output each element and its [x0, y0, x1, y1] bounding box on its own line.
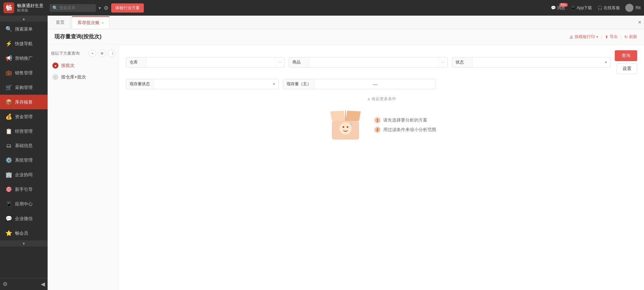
sidebar-item-vip[interactable]: ⭐ 畅会员 — [0, 226, 48, 240]
message-action[interactable]: 💬 消息 99+ — [551, 5, 565, 11]
filter-row-1: 仓库 ··· 商品 ··· 状态 ▼ — [126, 50, 637, 74]
sidebar-collapse-btn[interactable]: ◀ — [41, 281, 45, 287]
sidebar-item-newuser[interactable]: 🎯 新手引导 — [0, 182, 48, 197]
chat-icon: 💬 — [5, 215, 12, 222]
refresh-icon: ↻ — [624, 35, 628, 39]
sidebar-scroll-down[interactable]: ▼ — [0, 240, 48, 247]
settings-icon[interactable]: ⚙ — [104, 5, 108, 11]
vip-icon: ⭐ — [5, 230, 12, 236]
app-subtitle: 标准版 — [17, 8, 44, 13]
megaphone-icon: 📢 — [5, 55, 12, 61]
lightning-icon: ⚡ — [5, 40, 12, 47]
tab-home[interactable]: 首页 — [50, 17, 70, 28]
sidebar-item-search-menu[interactable]: 🔍 搜索菜单 — [0, 22, 48, 36]
status-value — [473, 60, 601, 64]
online-service-action[interactable]: 🎧 在线客服 — [597, 5, 620, 11]
sidebar: ▲ 🔍 搜索菜单 ⚡ 快捷导航 📢 营销推广 💼 销售管理 🛒 采购管理 📦 库… — [0, 16, 48, 290]
gear-icon: ⚙️ — [5, 157, 12, 163]
empty-tips: 1 请先选择要分析的方案 2 用过滤条件来缩小分析范围 — [374, 117, 436, 133]
print-dropdown-icon[interactable]: ▾ — [596, 35, 598, 39]
menu-search-input[interactable] — [59, 5, 93, 10]
briefcase-icon: 💼 — [5, 70, 12, 76]
query-layout: 按以下方案查询 + ⚙ 《 ● 按批次 ○ 按仓库+批次 — [48, 45, 644, 290]
svg-point-7 — [350, 123, 352, 126]
clipboard-icon: 📋 — [5, 128, 12, 134]
sidebar-item-inventory[interactable]: 📦 库存核算 — [0, 95, 48, 109]
product-more-btn[interactable]: ··· — [438, 58, 447, 67]
sidebar-item-quick-nav[interactable]: ⚡ 快捷导航 — [0, 36, 48, 51]
status-dropdown-icon[interactable]: ▼ — [601, 58, 610, 66]
message-icon: 💬 — [551, 5, 556, 10]
status-label: 状态 — [452, 57, 473, 67]
collapse-more-btn[interactable]: ∧ 收起更多条件 — [126, 94, 637, 104]
empty-svg — [327, 104, 364, 145]
schema-item-by-batch[interactable]: ● 按批次 — [48, 60, 119, 71]
status-filter[interactable]: 状态 ▼ — [452, 57, 611, 68]
collapse-more-icon: ∧ — [367, 97, 370, 102]
filter-right-actions: 查询 设置 — [615, 50, 637, 74]
printer-icon: 🖨 — [569, 35, 573, 39]
page-content: 现存量查询(按批次) 🖨 按模板打印 ▾ | ⬆ 导出 | ↻ — [48, 29, 644, 290]
sidebar-item-operation[interactable]: 📋 经营管理 — [0, 124, 48, 139]
building-icon: 🏢 — [5, 171, 12, 178]
sidebar-item-app-center[interactable]: 📱 应用中心 — [0, 197, 48, 211]
main-layout: ▲ 🔍 搜索菜单 ⚡ 快捷导航 📢 营销推广 💼 销售管理 🛒 采购管理 📦 库… — [0, 16, 644, 290]
add-schema-btn[interactable]: + — [89, 50, 96, 57]
empty-tip-1: 1 请先选择要分析的方案 — [374, 117, 436, 123]
sidebar-item-enterprise[interactable]: 🏢 企业协同 — [0, 167, 48, 182]
warehouse-input[interactable] — [147, 58, 275, 67]
page-title: 现存量查询(按批次) — [54, 33, 102, 40]
svg-point-4 — [339, 122, 352, 134]
schema-item-by-warehouse-batch[interactable]: ○ 按仓库+批次 — [48, 71, 119, 83]
print-btn[interactable]: 🖨 按模板打印 ▾ — [569, 34, 598, 40]
product-label: 商品 — [289, 57, 309, 67]
tab-inventory-batch[interactable]: 库存批次账 × — [72, 16, 109, 29]
svg-marker-1 — [330, 111, 345, 121]
search-icon: 🔍 — [52, 5, 58, 11]
sidebar-item-corp-wechat[interactable]: 💬 企业微信 — [0, 211, 48, 226]
stock-status-label: 现存量状态 — [126, 79, 154, 89]
stock-status-dropdown-icon[interactable]: ▼ — [270, 80, 278, 88]
experience-btn[interactable]: 体验行业方案 — [111, 3, 144, 13]
content-area: 首页 库存批次账 × × 现存量查询(按批次) 🖨 按模板打印 ▾ | — [48, 16, 644, 290]
sidebar-item-finance[interactable]: 💰 资金管理 — [0, 109, 48, 124]
product-input[interactable] — [309, 58, 438, 67]
warehouse-more-btn[interactable]: ··· — [275, 58, 284, 67]
sidebar-settings-btn[interactable]: ⚙ — [3, 281, 7, 287]
tab-panel-close-btn[interactable]: × — [638, 19, 641, 25]
refresh-btn[interactable]: ↻ 刷新 — [624, 34, 637, 40]
sidebar-item-sales[interactable]: 💼 销售管理 — [0, 66, 48, 80]
dropdown-icon[interactable]: ▾ — [99, 5, 101, 11]
sidebar-item-system[interactable]: ⚙️ 系统管理 — [0, 153, 48, 167]
warehouse-filter: 仓库 ··· — [126, 57, 285, 68]
menu-search-area[interactable]: 🔍 — [50, 4, 96, 12]
query-btn[interactable]: 查询 — [615, 50, 637, 61]
avatar — [625, 4, 633, 12]
app-download-action[interactable]: 📱 App下载 — [571, 5, 592, 11]
setting-btn[interactable]: 设置 — [617, 63, 637, 74]
top-bar-actions: 💬 消息 99+ 📱 App下载 🎧 在线客服 Rit — [551, 4, 641, 12]
mobile-icon: 📱 — [5, 201, 12, 207]
sidebar-scroll-up[interactable]: ▲ — [0, 16, 48, 22]
tab-bar: 首页 库存批次账 × × — [48, 16, 644, 29]
folder-icon: 🗂 — [5, 143, 12, 149]
schema-settings-btn[interactable]: ⚙ — [98, 50, 106, 57]
empty-illustration — [327, 104, 364, 146]
sidebar-item-marketing[interactable]: 📢 营销推广 — [0, 51, 48, 66]
target-icon: 🎯 — [5, 186, 12, 193]
page-header-actions: 🖨 按模板打印 ▾ | ⬆ 导出 | ↻ 刷新 — [569, 34, 637, 40]
svg-point-6 — [347, 126, 349, 128]
tab-close-btn[interactable]: × — [102, 21, 104, 25]
svg-marker-2 — [345, 111, 361, 121]
sidebar-item-purchase[interactable]: 🛒 采购管理 — [0, 80, 48, 95]
phone-icon: 📱 — [571, 5, 576, 10]
money-icon: 💰 — [5, 113, 12, 120]
export-btn[interactable]: ⬆ 导出 — [605, 34, 618, 40]
product-filter: 商品 ··· — [289, 57, 447, 68]
user-avatar-action[interactable]: Rit — [625, 4, 641, 12]
sidebar-item-basic[interactable]: 🗂 基础信息 — [0, 139, 48, 153]
export-icon: ⬆ — [605, 35, 608, 39]
empty-tip-2: 2 用过滤条件来缩小分析范围 — [374, 127, 436, 133]
stock-status-filter[interactable]: 现存量状态 ▼ — [126, 79, 279, 89]
collapse-left-btn[interactable]: 《 — [108, 50, 115, 57]
